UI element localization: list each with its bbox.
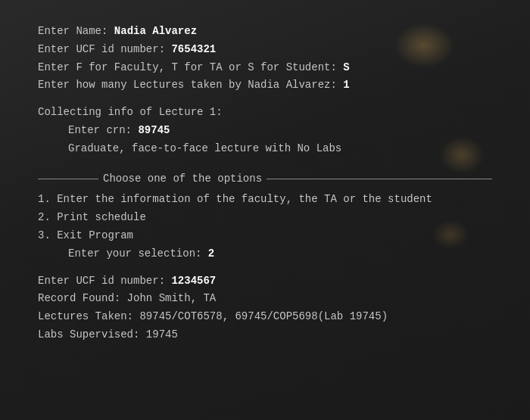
name-value: Nadia Alvarez [114, 25, 197, 37]
enter-ucf2-line: Enter UCF id number: 1234567 [38, 272, 492, 291]
option3-line: 3. Exit Program [38, 227, 492, 245]
option2-line: 2. Print schedule [38, 209, 492, 227]
labs-supervised-line: Labs Supervised: 19745 [38, 326, 492, 344]
selection-value: 2 [208, 247, 214, 260]
labs-supervised-value: 19745 [146, 328, 178, 341]
terminal-content: Enter Name: Nadia Alvarez Enter UCF id n… [38, 23, 492, 344]
terminal-screen: Enter Name: Nadia Alvarez Enter UCF id n… [0, 0, 530, 420]
ucf2-value: 1234567 [171, 275, 216, 287]
enter-ucf-line: Enter UCF id number: 7654321 [38, 41, 492, 59]
record-found-line: Record Found: John Smith, TA [38, 290, 492, 308]
ucf-value: 7654321 [171, 43, 216, 55]
enter-lectures-line: Enter how many Lectures taken by Nadia A… [38, 76, 492, 95]
option1-line: 1. Enter the information of the faculty,… [38, 191, 492, 209]
lectures-taken-value: 89745/COT6578, 69745/COP5698(Lab 19745) [139, 310, 388, 322]
crn-value: 89745 [138, 124, 170, 136]
choose-text: Choose one of the options [98, 170, 267, 188]
lectures-value: 1 [343, 79, 349, 91]
dash-right [267, 179, 492, 179]
lectures-taken-line: Lectures Taken: 89745/COT6578, 69745/COP… [38, 308, 492, 326]
dash-left [38, 179, 98, 179]
enter-crn-line: Enter crn: 89745 [38, 122, 492, 140]
enter-selection-line: Enter your selection: 2 [38, 245, 492, 263]
enter-type-line: Enter F for Faculty, T for TA or S for S… [38, 59, 492, 77]
collecting-line: Collecting info of Lecture 1: [38, 104, 492, 122]
lecture-type-line: Graduate, face-to-face lecture with No L… [38, 140, 492, 158]
type-value: S [343, 61, 349, 73]
choose-options-divider: Choose one of the options [38, 170, 492, 188]
enter-name-line: Enter Name: Nadia Alvarez [38, 23, 492, 41]
